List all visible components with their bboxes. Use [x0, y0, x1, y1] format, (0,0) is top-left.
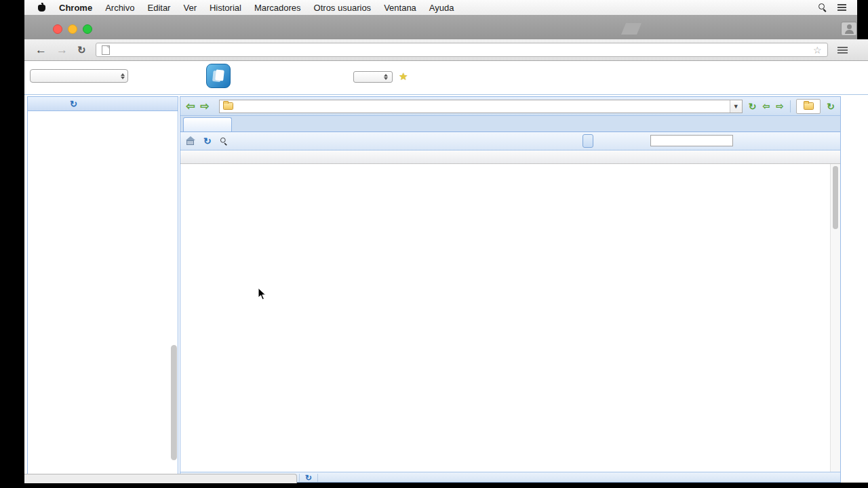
file-toolbar: ↻ — [180, 132, 840, 150]
combo-dropdown-icon[interactable]: ▼ — [730, 100, 742, 113]
menu-item-ayuda[interactable]: Ayuda — [429, 3, 454, 13]
select-arrows-icon — [384, 74, 388, 80]
inicio-button[interactable] — [186, 137, 198, 145]
grid-header — [180, 150, 840, 164]
pager-refresh-icon[interactable]: ↻ — [305, 473, 312, 483]
back-button[interactable]: ← — [35, 44, 47, 56]
profile-icon[interactable] — [841, 22, 857, 36]
new-tab-button[interactable] — [621, 23, 642, 35]
chrome-menu-icon[interactable] — [837, 46, 848, 54]
separator — [790, 100, 791, 113]
tree-scrollbar[interactable] — [171, 345, 177, 460]
extplorer-logo-icon — [206, 64, 231, 88]
path-forward-icon[interactable]: ⇨ — [200, 101, 209, 112]
mode-text — [637, 64, 862, 77]
notification-center-icon[interactable] — [837, 3, 846, 12]
folder-icon — [223, 102, 233, 110]
busqueda-button[interactable] — [220, 137, 231, 146]
grid-scrollbar-thumb[interactable] — [833, 166, 838, 229]
menu-item-ver[interactable]: Ver — [183, 3, 197, 13]
path-back-icon[interactable]: ⇦ — [186, 101, 195, 112]
menubar-status-area — [798, 3, 857, 12]
separator — [299, 474, 300, 482]
mouse-cursor — [258, 287, 267, 300]
menu-item-editar[interactable]: Editar — [147, 3, 170, 13]
panel-tab-strip — [180, 116, 840, 132]
file-list-panel: ⇦ ⇨ ▼ ↻ ⇦ ⇨ ↻ — [180, 96, 841, 483]
mostrar-directorios-button[interactable] — [583, 134, 593, 148]
refresh-icon: ↻ — [203, 136, 212, 146]
spotlight-search-icon[interactable] — [818, 3, 827, 12]
reload-button[interactable]: ↻ — [77, 45, 86, 55]
reload-tree-icon[interactable]: ↻ — [827, 101, 835, 112]
favorites-star-icon[interactable]: ★ — [399, 70, 408, 83]
tab-directorio[interactable] — [183, 117, 232, 131]
tree-panel-header: ↻ — [28, 97, 178, 111]
bookmark-star-icon[interactable]: ☆ — [813, 45, 822, 56]
browser-status-bubble — [24, 474, 297, 483]
forward-button[interactable]: → — [56, 44, 68, 56]
window-zoom-button[interactable] — [83, 24, 92, 34]
history-back-icon[interactable]: ⇦ — [763, 102, 770, 110]
menu-item-otros-usuarios[interactable]: Otros usuarios — [314, 3, 372, 13]
goto-select[interactable] — [353, 71, 393, 83]
extplorer-page: ★ ↻ ⇦ ⇨ ▼ — [24, 61, 868, 483]
address-bar[interactable]: ☆ — [96, 43, 828, 57]
grid-scrollbar[interactable] — [830, 164, 840, 472]
home-icon — [186, 137, 195, 145]
menu-item-ventana[interactable]: Ventana — [384, 3, 416, 13]
extplorer-logo — [205, 64, 232, 88]
macos-menubar: ChromeArchivoEditarVerHistorialMarcadore… — [24, 0, 857, 16]
menubar-menus: ChromeArchivoEditarVerHistorialMarcadore… — [24, 3, 454, 13]
goto-area: ★ — [349, 70, 408, 83]
browser-tabstrip — [24, 15, 868, 39]
search-icon — [220, 137, 228, 144]
screen: ChromeArchivoEditarVerHistorialMarcadore… — [0, 0, 868, 488]
directory-tree-panel: ↻ — [27, 96, 178, 476]
path-toolbar: ⇦ ⇨ ▼ ↻ ⇦ ⇨ ↻ — [180, 97, 840, 116]
recargar-button[interactable]: ↻ — [203, 136, 214, 146]
apple-menu-icon[interactable] — [38, 3, 46, 12]
tree-refresh-icon[interactable]: ↻ — [70, 99, 77, 109]
menu-item-archivo[interactable]: Archivo — [105, 3, 134, 13]
separator — [317, 474, 318, 482]
browser-toolbar: ← → ↻ ☆ — [24, 39, 868, 61]
history-forward-icon[interactable]: ⇨ — [776, 102, 783, 110]
menu-item-marcadores[interactable]: Marcadores — [254, 3, 301, 13]
menu-item-historial[interactable]: Historial — [210, 3, 241, 13]
path-refresh-icon[interactable]: ↻ — [749, 101, 757, 112]
menu-item-chrome[interactable]: Chrome — [59, 3, 92, 13]
language-select[interactable] — [30, 69, 128, 83]
file-grid — [180, 164, 840, 472]
path-combo[interactable]: ▼ — [219, 100, 743, 113]
window-close-button[interactable] — [53, 24, 62, 34]
select-arrows-icon — [121, 73, 125, 79]
screen-corner — [857, 0, 868, 39]
extplorer-header: ★ — [24, 61, 868, 95]
folder-icon — [804, 102, 814, 110]
window-minimize-button[interactable] — [68, 24, 77, 34]
page-icon — [102, 45, 110, 55]
filter-input[interactable] — [650, 135, 733, 146]
open-folder-button[interactable] — [796, 99, 821, 114]
